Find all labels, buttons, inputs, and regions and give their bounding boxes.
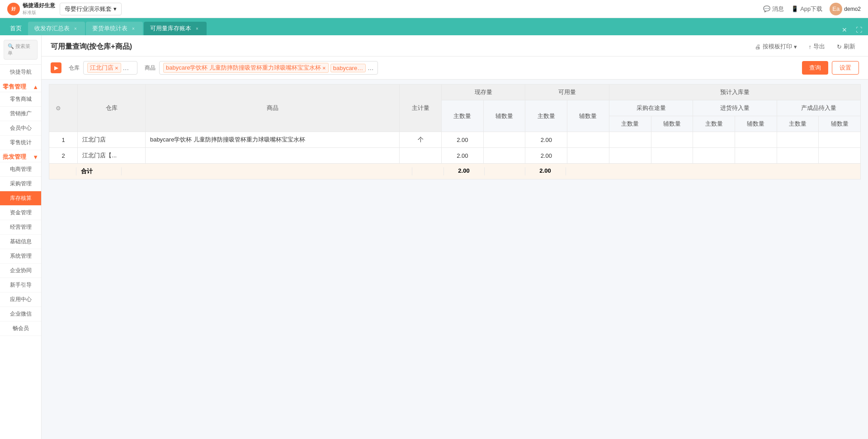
company-name: 母婴行业演示账套	[65, 5, 112, 13]
sidebar-item-lingxiao[interactable]: 零售管理 ▲	[0, 80, 41, 92]
filter-toggle-btn[interactable]: ▶	[51, 62, 61, 73]
main-layout: 🔍 搜索菜单 快捷导航 零售管理 ▲ 零售商城 营销推广 会员中心 零售统计 批…	[0, 35, 868, 439]
tab-fullscreen[interactable]: ⛶	[854, 24, 864, 35]
sidebar-item-qiye[interactable]: 企业协同	[0, 264, 41, 278]
query-button[interactable]: 查询	[802, 61, 828, 75]
cell-current-main: 2.00	[442, 132, 484, 148]
refresh-btn[interactable]: ↻ 刷新	[833, 41, 859, 52]
sidebar-item-zijin[interactable]: 资金管理	[0, 206, 41, 220]
sidebar-item-dianshang[interactable]: 电商管理	[0, 162, 41, 177]
print-btn[interactable]: 🖨 按模板打印 ▾	[751, 41, 801, 52]
sidebar-lingxiao-label: 零售管理	[3, 83, 26, 91]
goods-tag2-value: babycare…	[333, 65, 363, 71]
tab-close-all[interactable]: ✕	[839, 24, 850, 35]
goods-more[interactable]: ...	[368, 64, 373, 72]
tab-keyong-label: 可用量库存账本	[150, 24, 191, 33]
tab-keyong-close[interactable]: ×	[194, 25, 200, 32]
cell-arrival-aux	[735, 132, 777, 148]
cell-goods	[145, 148, 399, 164]
cell-purchase-aux	[651, 148, 693, 164]
warehouse-tag-close[interactable]: ×	[115, 65, 118, 71]
sidebar-item-pifa[interactable]: 批发管理 ▼	[0, 150, 41, 162]
tab-shoufa-label: 收发存汇总表	[34, 24, 70, 33]
user-area[interactable]: Ea demo2	[830, 3, 861, 15]
sidebar-item-xinshou[interactable]: 新手引导	[0, 278, 41, 293]
col-current-main: 主数量	[442, 100, 484, 132]
data-table: ⚙ 仓库 商品 主计量 现存量	[49, 84, 861, 164]
cell-arrival-main	[693, 132, 735, 148]
cell-purchase-aux	[651, 132, 693, 148]
download-label: App下载	[800, 5, 822, 13]
sidebar-item-qiyeweixin[interactable]: 企业微信	[0, 307, 41, 321]
warehouse-tag: 江北门店 ×	[87, 63, 121, 73]
refresh-icon: ↻	[837, 43, 842, 50]
cell-production-aux	[819, 148, 861, 164]
logo-area: 好 畅捷通好生意 标准版	[7, 2, 55, 16]
goods-tag1-value: babycare学饮杯 儿童防摔防撞吸管杯重力球吸嘴杯宝宝水杯	[166, 64, 321, 72]
sidebar-item-kucun[interactable]: 库存核算	[0, 191, 41, 206]
col-settings[interactable]: ⚙	[49, 85, 78, 132]
cell-goods: babycare学饮杯 儿童防摔防撞吸管杯重力球吸嘴杯宝宝水杯	[145, 132, 399, 148]
tab-home[interactable]: 首页	[4, 22, 28, 35]
col-available-main: 主数量	[525, 100, 567, 132]
footer-available-main: 2.00	[525, 167, 566, 175]
cell-index: 1	[49, 132, 78, 148]
sidebar-item-jichu[interactable]: 基础信息	[0, 235, 41, 249]
col-current-stock-header: 现存量	[442, 85, 525, 100]
warehouse-input[interactable]: 江北门店 × ...	[83, 61, 137, 75]
table-wrapper: ⚙ 仓库 商品 主计量 现存量	[42, 80, 868, 439]
sidebar-item-lingxiaoshangcheng[interactable]: 零售商城	[0, 92, 41, 107]
cell-available-main: 2.00	[525, 132, 567, 148]
cell-unit	[400, 148, 442, 164]
company-selector[interactable]: 母婴行业演示账套 ▾	[60, 3, 122, 15]
cell-available-main: 2.00	[525, 148, 567, 164]
sidebar-item-changyuan[interactable]: 畅会员	[0, 321, 41, 336]
goods-tag1-close[interactable]: ×	[322, 65, 326, 71]
sidebar-search-button[interactable]: 🔍 搜索菜单	[4, 40, 38, 60]
message-action[interactable]: 💬 消息	[763, 5, 784, 13]
export-btn[interactable]: ↑ 导出	[805, 41, 829, 52]
col-arrival-waiting-header: 进货待入量	[693, 100, 777, 116]
table-settings-icon[interactable]: ⚙	[54, 104, 63, 113]
sidebar-item-jingying[interactable]: 经营管理	[0, 220, 41, 235]
home-tab-label: 首页	[10, 24, 22, 33]
settings-button[interactable]: 设置	[832, 61, 859, 75]
warehouse-more[interactable]: ...	[123, 64, 129, 72]
cell-current-main: 2.00	[442, 148, 484, 164]
print-icon: 🖨	[755, 43, 761, 50]
col-purchase-aux: 辅数量	[651, 116, 693, 132]
tab-keyong[interactable]: 可用量库存账本 ×	[144, 22, 207, 35]
avatar-text: Ea	[832, 5, 840, 12]
tab-shoufa-close[interactable]: ×	[72, 25, 79, 32]
cell-purchase-main	[609, 148, 651, 164]
sidebar-item-huiyuan[interactable]: 会员中心	[0, 121, 41, 136]
cell-unit: 个	[400, 132, 442, 148]
sidebar-item-tongji[interactable]: 零售统计	[0, 136, 41, 150]
tab-yaohuo-close[interactable]: ×	[130, 25, 137, 32]
download-action[interactable]: 📱 App下载	[791, 5, 822, 13]
cell-arrival-main	[693, 148, 735, 164]
col-production-aux: 辅数量	[819, 116, 861, 132]
username: demo2	[844, 6, 861, 12]
sidebar-item-caigou[interactable]: 采购管理	[0, 177, 41, 191]
sidebar-item-kuaijie[interactable]: 快捷导航	[0, 65, 41, 80]
cell-production-aux	[819, 132, 861, 148]
sidebar-item-yingxiao[interactable]: 营销推广	[0, 107, 41, 121]
footer-current-main: 2.00	[444, 167, 485, 175]
sidebar-item-yingyong[interactable]: 应用中心	[0, 293, 41, 307]
cell-production-main	[777, 148, 819, 164]
logo-text-area: 畅捷通好生意 标准版	[23, 2, 55, 16]
cell-index: 2	[49, 148, 78, 164]
cell-available-aux	[567, 132, 609, 148]
table-footer: 合计 2.00 2.00	[49, 163, 861, 179]
cell-purchase-main	[609, 132, 651, 148]
col-arrival-main: 主数量	[693, 116, 735, 132]
sidebar-item-xitong[interactable]: 系统管理	[0, 249, 41, 264]
tab-yaohuo[interactable]: 要货单统计表 ×	[86, 22, 143, 35]
tab-shoufa[interactable]: 收发存汇总表 ×	[28, 22, 85, 35]
chevron-down-icon: ▾	[113, 5, 117, 12]
sidebar-search-area: 🔍 搜索菜单	[0, 35, 41, 65]
goods-input[interactable]: babycare学饮杯 儿童防摔防撞吸管杯重力球吸嘴杯宝宝水杯 × babyca…	[159, 61, 378, 75]
col-production-waiting-header: 产成品待入量	[777, 100, 860, 116]
goods-filter-group: 商品 babycare学饮杯 儿童防摔防撞吸管杯重力球吸嘴杯宝宝水杯 × bab…	[145, 61, 378, 75]
